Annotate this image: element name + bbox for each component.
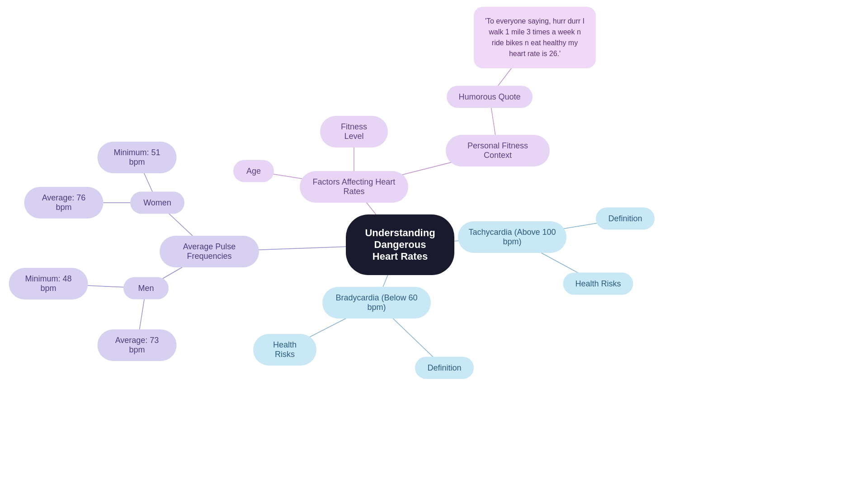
node-tachycardia[interactable]: Tachycardia (Above 100 bpm) <box>458 221 566 253</box>
node-womenAvg[interactable]: Average: 76 bpm <box>24 187 104 219</box>
node-bradyHealth[interactable]: Health Risks <box>253 334 316 366</box>
node-avgPulse[interactable]: Average Pulse Frequencies <box>160 236 259 267</box>
node-women[interactable]: Women <box>130 192 184 214</box>
node-age[interactable]: Age <box>233 160 274 182</box>
node-menMin[interactable]: Minimum: 48 bpm <box>9 268 88 300</box>
node-factors[interactable]: Factors Affecting Heart Rates <box>300 171 408 203</box>
node-womenMin[interactable]: Minimum: 51 bpm <box>98 142 177 173</box>
node-center[interactable]: Understanding Dangerous Heart Rates <box>346 214 454 275</box>
node-bradyDef[interactable]: Definition <box>415 357 474 379</box>
node-humorousQuote[interactable]: Humorous Quote <box>447 86 533 108</box>
mindmap-container: Understanding Dangerous Heart RatesAvera… <box>0 0 868 490</box>
node-menAvg[interactable]: Average: 73 bpm <box>98 329 177 361</box>
node-tachHealth[interactable]: Health Risks <box>563 273 633 295</box>
node-fitnessLevel[interactable]: Fitness Level <box>320 116 388 147</box>
node-personalFitness[interactable]: Personal Fitness Context <box>446 135 550 167</box>
node-men[interactable]: Men <box>123 277 169 300</box>
node-quoteText[interactable]: 'To everyone saying, hurr durr I walk 1 … <box>474 7 596 68</box>
node-bradycardia[interactable]: Bradycardia (Below 60 bpm) <box>322 287 431 319</box>
node-tachDef[interactable]: Definition <box>596 208 655 230</box>
